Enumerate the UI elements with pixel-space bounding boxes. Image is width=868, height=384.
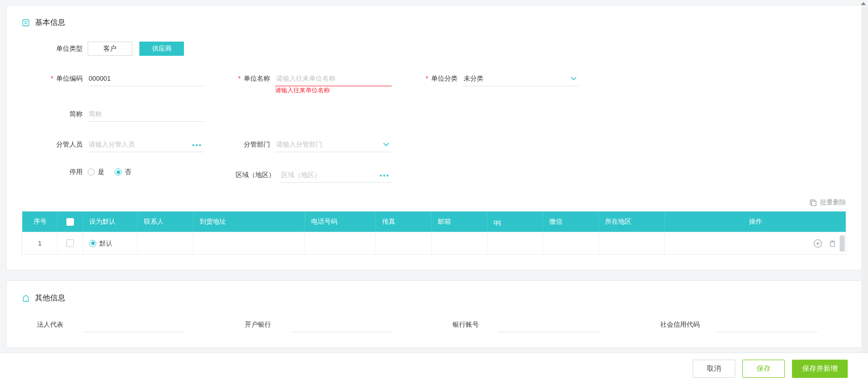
- unit-name-label: 单位名称: [224, 74, 270, 83]
- other-info-card: 其他信息 法人代表 开户银行 银行账号 社会信用代码: [6, 281, 862, 348]
- row-disable-region: 停用 是 否 区域（地区）: [37, 167, 846, 183]
- cancel-button[interactable]: 取消: [693, 360, 735, 378]
- table-header: 序号 设为默认 联系人 到货地址 电话号码 传真 邮箱 qq 微信 所在地区 操…: [22, 212, 846, 232]
- unit-category-select[interactable]: [463, 71, 579, 86]
- radio-checked-icon: [115, 168, 122, 176]
- basic-info-title: 基本信息: [22, 18, 846, 27]
- unit-type-supplier-button[interactable]: 供应商: [139, 42, 184, 56]
- th-default: 设为默认: [83, 212, 138, 232]
- default-label: 默认: [99, 239, 112, 248]
- legal-rep-label: 法人代表: [37, 320, 83, 329]
- disable-no-radio[interactable]: 否: [115, 167, 131, 177]
- svg-rect-0: [23, 20, 29, 26]
- cell-fax[interactable]: [376, 232, 432, 254]
- footer-bar: 取消 保存 保存并新增: [0, 353, 868, 384]
- th-ops: 操作: [665, 212, 846, 232]
- radio-yes-label: 是: [98, 167, 104, 177]
- other-fields-row: 法人代表 开户银行 银行账号 社会信用代码: [22, 317, 846, 332]
- bank-label: 开户银行: [245, 320, 290, 329]
- radio-icon: [88, 168, 95, 176]
- cell-checkbox[interactable]: [58, 232, 83, 254]
- credit-code-label: 社会信用代码: [660, 320, 716, 329]
- bank-account-input[interactable]: [498, 317, 599, 332]
- th-region: 所在地区: [599, 212, 665, 232]
- unit-name-error: 请输入往来单位名称: [275, 86, 330, 95]
- other-info-title: 其他信息: [22, 293, 846, 303]
- th-wechat: 微信: [543, 212, 599, 232]
- cell-index: 1: [22, 232, 58, 254]
- checkbox-icon: [66, 218, 74, 226]
- manager-input[interactable]: [88, 137, 204, 152]
- unit-name-input[interactable]: [275, 71, 392, 86]
- save-button[interactable]: 保存: [742, 360, 785, 378]
- unit-type-customer-button[interactable]: 客户: [88, 42, 132, 56]
- basic-info-card: 基本信息 单位类型 客户 供应商 单位编码: [6, 5, 862, 270]
- cell-default[interactable]: 默认: [83, 232, 138, 254]
- region-input[interactable]: [280, 167, 392, 183]
- unit-category-label: 单位分类: [412, 74, 458, 83]
- disable-label: 停用: [37, 167, 83, 177]
- dept-label: 分管部门: [224, 140, 270, 149]
- contacts-table: 序号 设为默认 联系人 到货地址 电话号码 传真 邮箱 qq 微信 所在地区 操…: [22, 211, 846, 255]
- bank-account-label: 银行账号: [452, 320, 498, 329]
- row-unit-type: 单位类型 客户 供应商: [37, 42, 846, 56]
- cell-region[interactable]: [599, 232, 665, 254]
- abbr-label: 简称: [37, 110, 83, 119]
- cell-email[interactable]: [432, 232, 487, 254]
- row-code-name-category: 单位编码 单位名称 请输入往来单位名称 单位分类: [37, 71, 846, 86]
- section-title-text: 基本信息: [35, 18, 65, 27]
- bank-input[interactable]: [290, 317, 392, 332]
- table-row: 1 默认: [22, 232, 846, 254]
- page-root: 基本信息 单位类型 客户 供应商 单位编码: [0, 0, 868, 384]
- checkbox-icon: [66, 239, 74, 247]
- svg-rect-8: [831, 242, 835, 247]
- batch-delete-icon: [809, 199, 817, 206]
- unit-code-label: 单位编码: [37, 74, 83, 83]
- th-qq: qq: [487, 212, 543, 232]
- unit-type-label: 单位类型: [37, 44, 83, 53]
- radio-no-label: 否: [125, 167, 131, 177]
- radio-checked-icon: [89, 240, 96, 247]
- unit-code-input[interactable]: [88, 71, 204, 86]
- legal-rep-input[interactable]: [83, 317, 184, 332]
- more-icon[interactable]: •••: [192, 141, 202, 149]
- cell-contact[interactable]: [138, 232, 194, 254]
- cell-address[interactable]: [194, 232, 305, 254]
- th-fax: 传真: [376, 212, 432, 232]
- form-icon: [22, 19, 30, 27]
- more-icon[interactable]: •••: [380, 171, 390, 179]
- th-index: 序号: [22, 212, 58, 232]
- th-checkbox[interactable]: [58, 212, 83, 232]
- abbr-input[interactable]: [88, 107, 204, 122]
- drag-handle[interactable]: [840, 235, 845, 252]
- credit-code-input[interactable]: [716, 317, 817, 332]
- section-title-text: 其他信息: [35, 293, 65, 303]
- manager-label: 分管人员: [37, 140, 83, 149]
- save-and-new-button[interactable]: 保存并新增: [792, 360, 848, 378]
- row-abbr: 简称: [37, 107, 846, 122]
- disable-yes-radio[interactable]: 是: [88, 167, 104, 177]
- dept-input[interactable]: [275, 137, 392, 152]
- delete-row-button[interactable]: [828, 239, 837, 248]
- svg-rect-4: [812, 201, 816, 205]
- cell-phone[interactable]: [305, 232, 376, 254]
- batch-delete-button[interactable]: 批量删除: [22, 198, 846, 207]
- row-manager-dept: 分管人员 ••• 分管部门: [37, 137, 846, 152]
- info-icon: [22, 294, 30, 302]
- cell-qq[interactable]: [487, 232, 543, 254]
- th-contact: 联系人: [138, 212, 194, 232]
- th-email: 邮箱: [432, 212, 487, 232]
- region-label: 区域（地区）: [224, 170, 275, 180]
- add-row-button[interactable]: [813, 239, 822, 248]
- batch-delete-label: 批量删除: [820, 198, 846, 207]
- th-phone: 电话号码: [305, 212, 376, 232]
- cell-wechat[interactable]: [543, 232, 599, 254]
- th-address: 到货地址: [194, 212, 305, 232]
